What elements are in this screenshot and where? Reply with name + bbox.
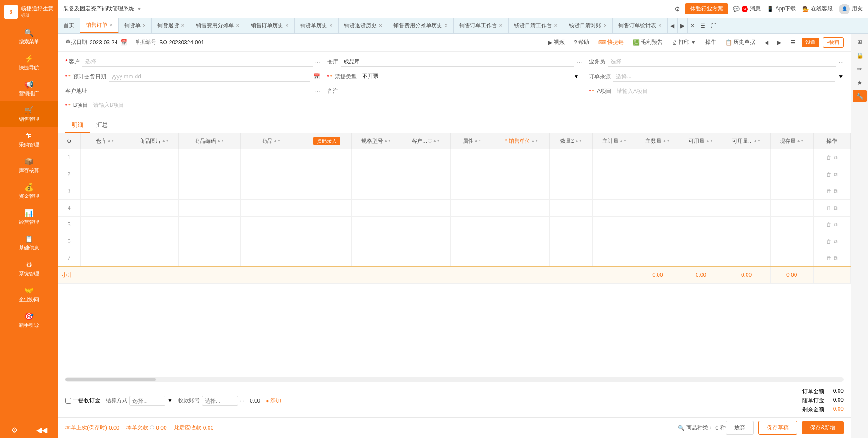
tab-order-workbench[interactable]: 销售订单工作台 ✕ [454, 18, 509, 33]
tab-close-icon[interactable]: ✕ [603, 23, 607, 28]
tab-close-icon[interactable]: ✕ [554, 23, 558, 28]
tab-summary[interactable]: 汇总 [90, 118, 114, 133]
cell-qty2[interactable] [549, 149, 592, 166]
tab-order-stats[interactable]: 销售订单统计表 ✕ [613, 18, 668, 33]
invoice-type-select[interactable]: 不开票 ▼ [359, 71, 582, 82]
sidebar-item-purchase[interactable]: 🛍 采购管理 [0, 127, 58, 153]
tab-daily-workbench[interactable]: 钱货日清工作台 ✕ [509, 18, 563, 33]
cell-warehouse[interactable] [80, 166, 130, 183]
tab-expense-history[interactable]: 销售费用分摊单历史 ✕ [388, 18, 454, 33]
sidebar-settings-icon[interactable]: ⚙ [11, 426, 18, 434]
sidebar-item-search[interactable]: 🔍 搜索菜单 [0, 24, 58, 50]
tab-expand-btn[interactable]: ✕ [688, 18, 698, 33]
tab-prev-btn[interactable]: ◀ [668, 18, 678, 33]
toolbar-btn-grid[interactable]: ⊞ [853, 35, 867, 48]
toolbar-btn-lock[interactable]: 🔒 [853, 49, 867, 62]
cell-spec[interactable] [352, 149, 401, 166]
tab-goods-history[interactable]: 销货单历史 ✕ [295, 18, 339, 33]
tab-close-icon[interactable]: ✕ [499, 23, 503, 28]
copy-row-icon[interactable]: ⧉ [834, 221, 838, 228]
one-click-checkbox[interactable] [65, 398, 71, 404]
copy-row-icon[interactable]: ⧉ [834, 238, 838, 245]
col-available[interactable]: 可用量 ▲▼ [679, 133, 723, 149]
print-btn[interactable]: 🖨 打印 ▼ [669, 38, 699, 47]
cell-customer-code[interactable] [401, 149, 451, 166]
tab-sales-expense[interactable]: 销售费用分摊单 ✕ [190, 18, 245, 33]
profit-btn[interactable]: 💹 毛利预告 [630, 38, 665, 47]
delete-row-icon[interactable]: 🗑 [826, 221, 832, 228]
add-material-btn[interactable]: +物料 [823, 37, 844, 48]
help-btn[interactable]: ? 帮助 [571, 38, 592, 47]
col-available2[interactable]: 可用量... ▲▼ [723, 133, 770, 149]
shortcut-btn[interactable]: ⌨ 快捷键 [596, 38, 626, 47]
tab-next-btn[interactable]: ▶ [678, 18, 688, 33]
tab-home[interactable]: 首页 [58, 18, 80, 33]
cell-code[interactable] [179, 149, 240, 166]
tab-sales-order[interactable]: 销售订单 ✕ [80, 18, 119, 33]
app-download-btn[interactable]: 📱 App下载 [767, 5, 796, 13]
calendar-icon[interactable]: 📅 [120, 39, 127, 46]
scan-button[interactable]: 扫码录入 [313, 137, 340, 145]
sidebar-item-sales[interactable]: 🛒 销售管理 [0, 101, 58, 127]
operation-btn[interactable]: 操作 [703, 38, 719, 47]
online-service-btn[interactable]: 💁 在线客服 [802, 5, 833, 13]
address-input[interactable] [90, 87, 313, 96]
cell-image[interactable] [130, 149, 179, 166]
a-project-input[interactable] [614, 87, 844, 96]
one-click-payment-checkbox[interactable]: 一键收订金 [65, 397, 100, 404]
payment-method-input[interactable] [129, 396, 165, 406]
video-btn[interactable]: ▶ 视频 [546, 38, 567, 47]
settings-top-btn[interactable]: 设置 [802, 38, 819, 47]
account-more-icon[interactable]: ··· [240, 398, 244, 404]
cell-attr[interactable] [451, 149, 494, 166]
col-image[interactable]: 商品图片 ▲▼ [130, 133, 179, 149]
sidebar-item-marketing[interactable]: 📢 营销推广 [0, 76, 58, 101]
sidebar-collapse-icon[interactable]: ◀◀ [36, 426, 47, 434]
history-btn[interactable]: 📋 历史单据 [723, 38, 758, 47]
delete-row-icon[interactable]: 🗑 [826, 171, 832, 178]
sidebar-item-guide[interactable]: 🎯 新手引导 [0, 308, 58, 333]
horizontal-scrollbar[interactable] [65, 377, 844, 382]
cell-product[interactable] [240, 149, 302, 166]
tab-close-icon[interactable]: ✕ [658, 23, 662, 28]
tab-close-icon[interactable]: ✕ [109, 23, 113, 28]
salesperson-more-icon[interactable]: ··· [839, 59, 844, 65]
tab-sales-return[interactable]: 销货退货 ✕ [152, 18, 190, 33]
col-main-unit[interactable]: 主计量 ▲▼ [593, 133, 636, 149]
save-draft-button[interactable]: 保存草稿 [758, 421, 797, 435]
tab-close-icon[interactable]: ✕ [181, 23, 184, 28]
col-stock[interactable]: 现存量 ▲▼ [770, 133, 813, 149]
copy-row-icon[interactable]: ⧉ [834, 154, 838, 161]
salesperson-input[interactable] [608, 57, 836, 67]
col-unit[interactable]: * 销售单位 ▲▼ [494, 133, 549, 149]
copy-row-icon[interactable]: ⧉ [834, 171, 838, 178]
delete-row-icon[interactable]: 🗑 [826, 188, 832, 194]
sidebar-item-inventory[interactable]: 📦 库存核算 [0, 153, 58, 178]
cell-unit[interactable] [494, 149, 549, 166]
cell-available2[interactable] [723, 149, 770, 166]
tab-sales-order-history[interactable]: 销售订单历史 ✕ [245, 18, 295, 33]
warehouse-more-icon[interactable]: ··· [577, 59, 582, 65]
calendar-delivery-icon[interactable]: 📅 [313, 73, 320, 80]
col-attr[interactable]: 属性 ▲▼ [451, 133, 494, 149]
cell-available[interactable] [679, 149, 723, 166]
toolbar-btn-edit[interactable]: ✏ [853, 63, 867, 75]
add-payment-btn[interactable]: ● 添加 [266, 397, 281, 404]
b-project-input[interactable] [91, 101, 338, 110]
col-qty2[interactable]: 数量2 ▲▼ [549, 133, 592, 149]
delete-row-icon[interactable]: 🗑 [826, 255, 832, 261]
scrollbar-thumb[interactable] [65, 378, 156, 381]
tab-close-icon[interactable]: ✕ [378, 23, 382, 28]
col-code[interactable]: 商品编码 ▲▼ [179, 133, 240, 149]
settings-icon[interactable]: ⚙ [674, 5, 680, 13]
cell-main-qty[interactable] [636, 149, 679, 166]
tab-close-icon[interactable]: ✕ [444, 23, 448, 28]
message-btn[interactable]: 💬 9 消息 [733, 5, 761, 13]
cell-stock[interactable] [770, 149, 813, 166]
address-more-icon[interactable]: ··· [315, 88, 320, 95]
user-area[interactable]: 👤 用友 [839, 4, 863, 14]
col-warehouse[interactable]: 仓库 ▲▼ [80, 133, 130, 149]
delete-row-icon[interactable]: 🗑 [826, 238, 832, 245]
col-customer-code[interactable]: 客户... ⓘ ▲▼ [401, 133, 451, 149]
tab-close-icon[interactable]: ✕ [285, 23, 289, 28]
